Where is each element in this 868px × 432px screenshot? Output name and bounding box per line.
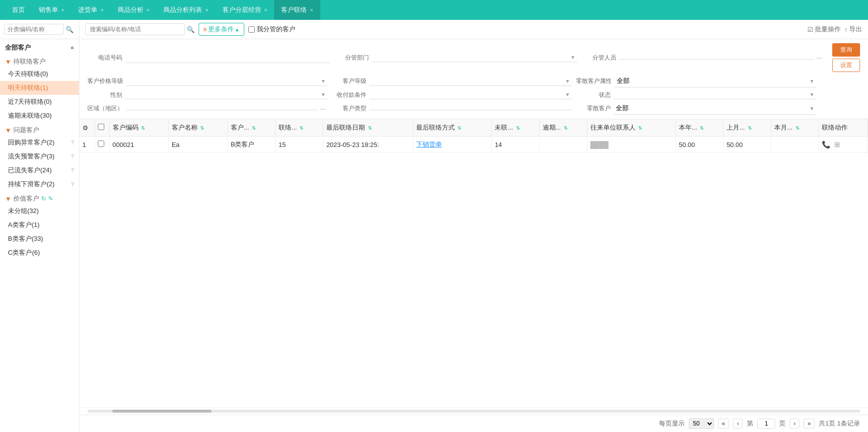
filter-region: 区域（地区） ··· bbox=[87, 104, 328, 113]
nav-sales-close[interactable]: × bbox=[61, 7, 64, 13]
last-method-link[interactable]: 下销货单 bbox=[416, 141, 442, 148]
sidebar-search-icon[interactable]: 🔍 bbox=[66, 26, 73, 33]
toolbar: 🔍 ≡ 更多条件 ▲ 我分管的客户 ☑ 批量操作 ↑ 导出 bbox=[79, 20, 868, 39]
region-ellipsis[interactable]: ··· bbox=[318, 105, 328, 113]
region-select[interactable] bbox=[126, 107, 318, 110]
sort-contact[interactable]: ⇅ bbox=[299, 125, 303, 131]
last-page-btn[interactable]: » bbox=[803, 419, 815, 429]
nav-customer-segmentation[interactable]: 客户分层经营 × bbox=[216, 0, 274, 20]
sidebar-all-customers[interactable]: 全部客户 « bbox=[0, 39, 79, 54]
nav-product-analysis-list-close[interactable]: × bbox=[205, 7, 208, 13]
prev-page-btn[interactable]: ‹ bbox=[733, 419, 743, 429]
sidebar-item-lost-warning[interactable]: 流失预警客户(3) ? bbox=[0, 149, 79, 163]
sidebar-search-area: 🔍 bbox=[0, 20, 79, 39]
sidebar-item-lost[interactable]: 已流失客户(24) ? bbox=[0, 163, 79, 177]
nav-customer-segmentation-close[interactable]: × bbox=[264, 7, 267, 13]
query-button[interactable]: 查询 bbox=[832, 43, 860, 57]
toolbar-search-button[interactable]: 🔍 bbox=[187, 26, 195, 33]
next-page-btn[interactable]: › bbox=[790, 419, 799, 429]
my-customers-check[interactable] bbox=[248, 26, 255, 33]
col-settings[interactable]: ⚙ bbox=[79, 119, 94, 137]
action-grid-icon[interactable]: ⊞ bbox=[834, 141, 840, 148]
sort-no-contact[interactable]: ⇅ bbox=[516, 125, 520, 131]
sort-name[interactable]: ⇅ bbox=[200, 125, 204, 131]
nav-customer-contact-close[interactable]: × bbox=[310, 7, 313, 13]
more-conditions-btn[interactable]: ≡ 更多条件 ▲ bbox=[199, 23, 244, 36]
row-select[interactable] bbox=[98, 141, 104, 147]
scrollbar-thumb[interactable] bbox=[112, 410, 212, 413]
sidebar-item-class-b[interactable]: B类客户(33) bbox=[0, 232, 79, 246]
retail-customer-select[interactable]: 全部▼ bbox=[614, 102, 816, 115]
sidebar-item-repurchase-abnormal[interactable]: 回购异常客户(2) ? bbox=[0, 136, 79, 149]
sidebar-item-class-c[interactable]: C类客户(6) bbox=[0, 246, 79, 260]
nav-product-analysis-close[interactable]: × bbox=[146, 7, 149, 13]
customer-type-select[interactable] bbox=[369, 107, 572, 110]
help-icon-lost-warning[interactable]: ? bbox=[71, 153, 74, 159]
sort-type[interactable]: ⇅ bbox=[252, 125, 256, 131]
sidebar-item-today[interactable]: 今天待联络(0) bbox=[0, 67, 79, 81]
col-this-month[interactable]: 本月... ⇅ bbox=[771, 119, 819, 137]
sort-year[interactable]: ⇅ bbox=[700, 125, 704, 131]
my-customers-checkbox[interactable]: 我分管的客户 bbox=[248, 25, 295, 34]
export-btn[interactable]: ↑ 导出 bbox=[845, 25, 863, 34]
phone-input[interactable] bbox=[125, 53, 330, 63]
nav-purchase-close[interactable]: × bbox=[100, 7, 103, 13]
row-checkbox[interactable] bbox=[94, 137, 109, 153]
nav-product-analysis[interactable]: 商品分析 × bbox=[111, 0, 156, 20]
status-select[interactable]: ▼ bbox=[614, 90, 816, 99]
col-code[interactable]: 客户编码 ⇅ bbox=[109, 119, 168, 137]
col-last-contact-date[interactable]: 最后联络日期 ⇅ bbox=[323, 119, 413, 137]
customer-level-select[interactable]: ▼ bbox=[369, 77, 572, 86]
sort-unit[interactable]: ⇅ bbox=[638, 125, 642, 131]
help-icon-declining[interactable]: ? bbox=[71, 181, 74, 187]
action-phone-icon[interactable]: 📞 bbox=[822, 141, 830, 148]
dept-select[interactable]: ▼ bbox=[372, 53, 577, 62]
select-all-checkbox[interactable] bbox=[98, 124, 104, 130]
search-input[interactable] bbox=[85, 23, 185, 35]
col-last-month[interactable]: 上月... ⇅ bbox=[723, 119, 771, 137]
col-checkbox[interactable] bbox=[94, 119, 109, 137]
col-customer-type[interactable]: 客户... ⇅ bbox=[227, 119, 275, 137]
settings-button[interactable]: 设置 bbox=[832, 59, 860, 72]
price-level-select[interactable]: ▼ bbox=[126, 77, 328, 86]
sort-last-date[interactable]: ⇅ bbox=[368, 125, 372, 131]
page-size-select[interactable]: 50 100 200 bbox=[689, 418, 714, 429]
help-icon-lost[interactable]: ? bbox=[71, 167, 74, 173]
nav-home[interactable]: 首页 bbox=[5, 0, 32, 20]
sort-overdue[interactable]: ⇅ bbox=[564, 125, 568, 131]
sidebar-search-input[interactable] bbox=[4, 24, 64, 35]
horizontal-scrollbar[interactable] bbox=[87, 410, 860, 413]
retail-attr-select[interactable]: 全部▼ bbox=[615, 75, 816, 87]
sidebar-item-class-a[interactable]: A类客户(1) bbox=[0, 218, 79, 232]
nav-customer-contact[interactable]: 客户联络 × bbox=[274, 0, 320, 20]
col-contact-count[interactable]: 联络... ⇅ bbox=[275, 119, 323, 137]
col-no-contact[interactable]: 未联... ⇅ bbox=[492, 119, 539, 137]
sidebar-item-overdue[interactable]: 逾期未联络(30) bbox=[0, 109, 79, 123]
help-icon-repurchase[interactable]: ? bbox=[71, 140, 74, 145]
first-page-btn[interactable]: « bbox=[718, 419, 729, 429]
nav-purchase[interactable]: 进货单 × bbox=[71, 0, 110, 20]
sidebar-item-tomorrow[interactable]: 明天待联络(1) bbox=[0, 81, 79, 95]
sort-last-month[interactable]: ⇅ bbox=[748, 125, 752, 131]
sidebar-item-ungrouped[interactable]: 未分组(32) bbox=[0, 204, 79, 218]
col-last-contact-method[interactable]: 最后联络方式 ⇅ bbox=[413, 119, 492, 137]
nav-product-analysis-list[interactable]: 商品分析列表 × bbox=[156, 0, 215, 20]
page-number-input[interactable] bbox=[757, 419, 775, 429]
sort-last-method[interactable]: ⇅ bbox=[457, 125, 461, 131]
col-name[interactable]: 客户名称 ⇅ bbox=[168, 119, 227, 137]
sort-this-month[interactable]: ⇅ bbox=[796, 125, 799, 131]
manager-ellipsis[interactable]: ··· bbox=[814, 54, 824, 62]
sort-code[interactable]: ⇅ bbox=[141, 125, 145, 131]
col-this-year[interactable]: 本年... ⇅ bbox=[675, 119, 723, 137]
sidebar-item-declining[interactable]: 持续下滑客户(2) ? bbox=[0, 177, 79, 191]
nav-sales[interactable]: 销售单 × bbox=[32, 0, 71, 20]
gender-select[interactable]: ▼ bbox=[125, 90, 328, 99]
row-name[interactable]: Ea bbox=[168, 137, 227, 153]
row-last-method[interactable]: 下销货单 bbox=[413, 137, 492, 153]
col-overdue[interactable]: 逾期... ⇅ bbox=[539, 119, 587, 137]
batch-operation-btn[interactable]: ☑ 批量操作 bbox=[807, 25, 841, 34]
sidebar-item-7days[interactable]: 近7天待联络(0) bbox=[0, 95, 79, 109]
manager-select[interactable] bbox=[619, 56, 815, 60]
payment-select[interactable]: ▼ bbox=[369, 90, 572, 99]
col-unit-contact[interactable]: 往来单位联系人 ⇅ bbox=[587, 119, 675, 137]
